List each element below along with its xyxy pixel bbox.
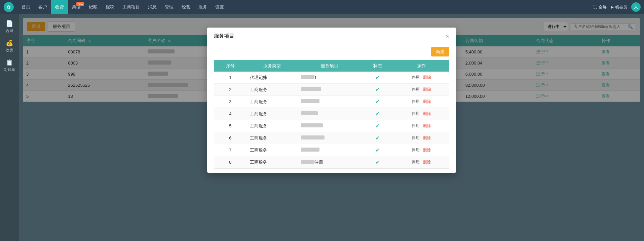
stop-button[interactable]: 停用 <box>412 148 420 152</box>
service-modal: 服务项目 × 新建 序号 服务类型 服务项目 <box>207 28 456 173</box>
modal-title: 服务项目 <box>214 33 234 39</box>
nav-message[interactable]: 消息 <box>144 0 161 14</box>
app-logo[interactable]: ✿ <box>3 2 14 12</box>
modal-toolbar: 新建 <box>214 47 449 56</box>
modal-overlay: 服务项目 × 新建 序号 服务类型 服务项目 <box>19 14 644 241</box>
nav-home[interactable]: 首页 <box>17 0 34 14</box>
modal-new-button[interactable]: 新建 <box>431 47 449 56</box>
modal-body: 新建 序号 服务类型 服务项目 状态 操作 <box>207 43 456 173</box>
blurred-item <box>301 75 314 79</box>
list-item: 3 工商服务 ✔ 停用 删除 <box>214 96 449 108</box>
nav-invoice[interactable]: 票据 new <box>68 0 85 14</box>
list-item: 6 工商服务 ✔ 停用 删除 <box>214 132 449 144</box>
modal-header: 服务项目 × <box>207 28 456 43</box>
list-item: 2 工商服务 ✔ 停用 删除 <box>214 84 449 96</box>
stop-button[interactable]: 停用 <box>412 75 420 80</box>
list-item: 7 工商服务 ✔ 停用 删除 <box>214 144 449 156</box>
contract-icon: 📄 <box>6 20 13 27</box>
nav-right: ⛶ 全屏 ▶ 畅会员 人 <box>593 2 641 12</box>
delete-button[interactable]: 删除 <box>423 87 431 92</box>
blurred-item <box>301 148 319 152</box>
list-item: 1 代理记账 1 ✔ 停用 删除 <box>214 72 449 84</box>
status-check-icon: ✔ <box>375 123 380 129</box>
stop-button[interactable]: 停用 <box>412 135 420 140</box>
delete-button[interactable]: 删除 <box>423 75 431 80</box>
status-check-icon: ✔ <box>375 147 380 153</box>
stop-button[interactable]: 停用 <box>412 160 420 164</box>
sidebar-item-contract[interactable]: 📄 合同 <box>1 17 18 36</box>
fullscreen-button[interactable]: ⛶ 全屏 <box>593 4 607 10</box>
avatar[interactable]: 人 <box>631 2 641 12</box>
blurred-item <box>301 87 321 91</box>
list-item: 8 工商服务 注册 ✔ 停用 删除 <box>214 156 449 168</box>
service-items-table: 序号 服务类型 服务项目 状态 操作 1 代理记账 <box>214 60 449 168</box>
list-item: 4 工商服务 ✔ 停用 删除 <box>214 108 449 120</box>
list-item: 5 工商服务 ✔ 停用 删除 <box>214 120 449 132</box>
status-check-icon: ✔ <box>375 159 380 165</box>
stop-button[interactable]: 停用 <box>412 99 420 104</box>
avatar-icon: 人 <box>634 4 638 10</box>
modal-table-container[interactable]: 序号 服务类型 服务项目 状态 操作 1 代理记账 <box>214 60 449 169</box>
nav-tax[interactable]: 报税 <box>102 0 118 14</box>
status-check-icon: ✔ <box>375 75 380 80</box>
nav-business[interactable]: 工商项目 <box>118 0 144 14</box>
modal-col-seq: 序号 <box>214 60 247 72</box>
blurred-item <box>301 111 318 115</box>
blurred-item <box>301 160 314 164</box>
delete-button[interactable]: 删除 <box>423 111 431 116</box>
content-area: 新增 服务项目 进行中 已完成 全部 🔍 序号 合同编码 <box>19 14 644 241</box>
delete-button[interactable]: 删除 <box>423 135 431 140</box>
nav-manage[interactable]: 管理 <box>161 0 178 14</box>
nav-bookkeeping[interactable]: 记账 <box>85 0 102 14</box>
nav-items: 首页 客户 收费 票据 new 记账 报税 工商项目 消息 管理 经营 服务 设… <box>17 0 593 14</box>
stop-button[interactable]: 停用 <box>412 123 420 128</box>
statement-icon: 📋 <box>6 59 13 66</box>
member-button[interactable]: ▶ 畅会员 <box>611 4 627 10</box>
delete-button[interactable]: 删除 <box>423 123 431 128</box>
blurred-item <box>301 99 319 103</box>
top-nav: ✿ 首页 客户 收费 票据 new 记账 报税 工商项目 消息 管理 经营 服务… <box>0 0 644 14</box>
nav-client[interactable]: 客户 <box>34 0 51 14</box>
modal-close-button[interactable]: × <box>446 33 449 39</box>
modal-col-status: 状态 <box>361 60 394 72</box>
modal-col-item: 服务项目 <box>298 60 361 72</box>
play-icon: ▶ <box>611 5 614 9</box>
stop-button[interactable]: 停用 <box>412 87 420 92</box>
delete-button[interactable]: 删除 <box>423 148 431 152</box>
delete-button[interactable]: 删除 <box>423 160 431 164</box>
fee-icon: 💰 <box>6 39 13 47</box>
modal-col-action: 操作 <box>394 60 449 72</box>
sidebar-item-fee[interactable]: 💰 收费 <box>1 37 18 55</box>
blurred-item <box>301 135 325 139</box>
blurred-item <box>301 123 323 127</box>
main-layout: 📄 合同 💰 收费 📋 对账单 新增 服务项目 进行中 已完成 全部 <box>0 14 644 241</box>
fullscreen-icon: ⛶ <box>593 5 597 9</box>
nav-service[interactable]: 服务 <box>194 0 211 14</box>
svg-text:✿: ✿ <box>7 4 11 10</box>
nav-operation[interactable]: 经营 <box>178 0 194 14</box>
status-check-icon: ✔ <box>375 135 380 141</box>
status-check-icon: ✔ <box>375 99 380 105</box>
sidebar-item-statement[interactable]: 📋 对账单 <box>1 56 18 75</box>
delete-button[interactable]: 删除 <box>423 99 431 104</box>
stop-button[interactable]: 停用 <box>412 111 420 116</box>
status-check-icon: ✔ <box>375 87 380 92</box>
nav-invoice-badge: new <box>76 2 84 6</box>
status-check-icon: ✔ <box>375 111 380 117</box>
nav-settings[interactable]: 设置 <box>211 0 228 14</box>
modal-col-type: 服务类型 <box>247 60 298 72</box>
nav-fee[interactable]: 收费 <box>51 0 68 14</box>
sidebar: 📄 合同 💰 收费 📋 对账单 <box>0 14 19 241</box>
